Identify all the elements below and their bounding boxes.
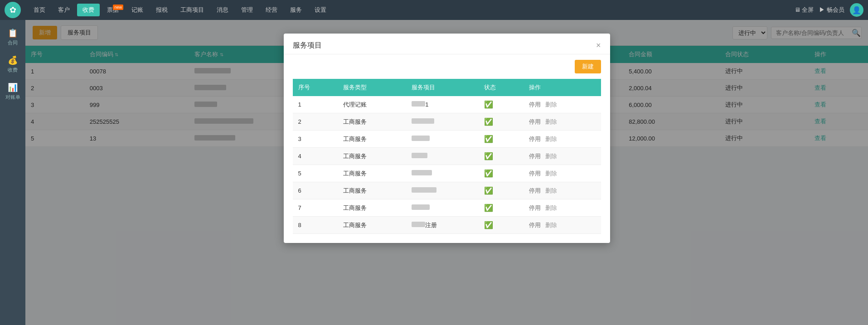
delete-button[interactable]: 删除	[545, 187, 557, 194]
nav-tax[interactable]: 报税	[150, 4, 173, 16]
modal-cell-status: ✅	[479, 217, 524, 234]
disable-button[interactable]: 停用	[529, 222, 541, 228]
modal-cell-type: 工商服务	[338, 113, 406, 131]
nav-service[interactable]: 服务	[285, 4, 307, 16]
membership-btn[interactable]: ▶ 畅会员	[819, 6, 844, 14]
modal-title: 服务项目	[293, 41, 322, 50]
modal-cell-seq: 2	[293, 113, 338, 131]
nav-ops[interactable]: 经营	[260, 4, 283, 16]
modal-cell-seq: 5	[293, 165, 338, 182]
status-check-icon: ✅	[484, 221, 493, 229]
statement-icon: 📊	[8, 82, 18, 92]
modal-table-row: 7 工商服务 ✅ 停用 删除	[293, 199, 601, 217]
modal-cell-type: 工商服务	[338, 165, 406, 182]
modal-table-row: 6 工商服务 ✅ 停用 删除	[293, 182, 601, 199]
modal-cell-item	[406, 199, 478, 217]
modal-cell-item	[406, 182, 478, 199]
user-avatar[interactable]: 👤	[850, 3, 863, 17]
sidebar-item-fees[interactable]: 💰 收费	[1, 52, 24, 77]
modal-cell-status: ✅	[479, 113, 524, 131]
modal-cell-status: ✅	[479, 96, 524, 113]
status-check-icon: ✅	[484, 118, 493, 126]
disable-button[interactable]: 停用	[529, 101, 541, 108]
fullscreen-btn[interactable]: 🖥 全屏	[795, 6, 814, 14]
service-item-modal: 服务项目 × 新建 序号 服务类型 服务项目 状态	[284, 34, 610, 243]
modal-cell-status: ✅	[479, 199, 524, 217]
nav-home[interactable]: 首页	[28, 4, 51, 16]
nav-bookkeeping[interactable]: 记账	[126, 4, 149, 16]
status-check-icon: ✅	[484, 135, 493, 143]
modal-cell-status: ✅	[479, 182, 524, 199]
modal-cell-action: 停用 删除	[524, 182, 601, 199]
delete-button[interactable]: 删除	[545, 170, 557, 177]
delete-button[interactable]: 删除	[545, 118, 557, 125]
modal-header: 服务项目 ×	[284, 34, 610, 54]
modal-cell-item: 1	[406, 96, 478, 113]
disable-button[interactable]: 停用	[529, 204, 541, 211]
main-layout: 📋 合同 💰 收费 📊 对账单 新增 服务项目 进行中 全部 已结束	[0, 20, 868, 325]
disable-button[interactable]: 停用	[529, 153, 541, 160]
delete-button[interactable]: 删除	[545, 136, 557, 142]
modal-cell-item	[406, 148, 478, 165]
modal-cell-status: ✅	[479, 165, 524, 182]
modal-table-row: 1 代理记账 1 ✅ 停用 删除	[293, 96, 601, 113]
modal-cell-seq: 1	[293, 96, 338, 113]
sidebar-label-fees: 收费	[8, 67, 18, 73]
modal-cell-type: 代理记账	[338, 96, 406, 113]
nav-admin[interactable]: 管理	[236, 4, 258, 16]
delete-button[interactable]: 删除	[545, 153, 557, 160]
status-check-icon: ✅	[484, 170, 493, 177]
modal-cell-action: 停用 删除	[524, 199, 601, 217]
contract-icon: 📋	[8, 28, 18, 38]
delete-button[interactable]: 删除	[545, 101, 557, 108]
status-check-icon: ✅	[484, 152, 493, 160]
modal-cell-item	[406, 165, 478, 182]
modal-cell-seq: 8	[293, 217, 338, 234]
nav-settings[interactable]: 设置	[309, 4, 332, 16]
modal-cell-action: 停用 删除	[524, 96, 601, 113]
modal-body: 序号 服务类型 服务项目 状态 操作 1 代理记账 1	[284, 79, 610, 243]
modal-cell-type: 工商服务	[338, 131, 406, 148]
modal-table-row: 3 工商服务 ✅ 停用 删除	[293, 131, 601, 148]
disable-button[interactable]: 停用	[529, 118, 541, 125]
modal-cell-action: 停用 删除	[524, 113, 601, 131]
modal-new-button[interactable]: 新建	[575, 60, 601, 73]
modal-cell-type: 工商服务	[338, 199, 406, 217]
modal-cell-item	[406, 131, 478, 148]
app-logo: ✿	[5, 2, 21, 18]
modal-overlay: 服务项目 × 新建 序号 服务类型 服务项目 状态	[25, 20, 868, 325]
modal-cell-seq: 4	[293, 148, 338, 165]
delete-button[interactable]: 删除	[545, 222, 557, 228]
modal-cell-status: ✅	[479, 131, 524, 148]
modal-close-button[interactable]: ×	[596, 41, 601, 50]
disable-button[interactable]: 停用	[529, 136, 541, 142]
modal-col-type: 服务类型	[338, 79, 406, 96]
nav-invoice[interactable]: 票据 new	[102, 4, 124, 16]
sidebar-item-statement[interactable]: 📊 对账单	[1, 79, 24, 104]
nav-fees[interactable]: 收费	[77, 4, 100, 16]
status-check-icon: ✅	[484, 101, 493, 108]
modal-col-action: 操作	[524, 79, 601, 96]
modal-col-item: 服务项目	[406, 79, 478, 96]
sidebar: 📋 合同 💰 收费 📊 对账单	[0, 20, 25, 325]
sidebar-label-contract: 合同	[8, 39, 18, 46]
modal-cell-seq: 7	[293, 199, 338, 217]
modal-table-row: 8 工商服务 注册 ✅ 停用 删除	[293, 217, 601, 234]
disable-button[interactable]: 停用	[529, 170, 541, 177]
modal-toolbar: 新建	[284, 54, 610, 79]
nav-business[interactable]: 工商项目	[175, 4, 209, 16]
delete-button[interactable]: 删除	[545, 204, 557, 211]
modal-cell-type: 工商服务	[338, 148, 406, 165]
sidebar-item-contract[interactable]: 📋 合同	[1, 24, 24, 50]
nav-client[interactable]: 客户	[53, 4, 75, 16]
nav-message[interactable]: 消息	[211, 4, 234, 16]
modal-cell-action: 停用 删除	[524, 148, 601, 165]
service-item-table: 序号 服务类型 服务项目 状态 操作 1 代理记账 1	[293, 79, 601, 234]
top-nav: ✿ 首页 客户 收费 票据 new 记账 报税 工商项目 消息 管理 经营 服务…	[0, 0, 868, 20]
disable-button[interactable]: 停用	[529, 187, 541, 194]
modal-cell-action: 停用 删除	[524, 165, 601, 182]
modal-cell-seq: 6	[293, 182, 338, 199]
modal-cell-action: 停用 删除	[524, 131, 601, 148]
modal-cell-item: 注册	[406, 217, 478, 234]
modal-cell-status: ✅	[479, 148, 524, 165]
